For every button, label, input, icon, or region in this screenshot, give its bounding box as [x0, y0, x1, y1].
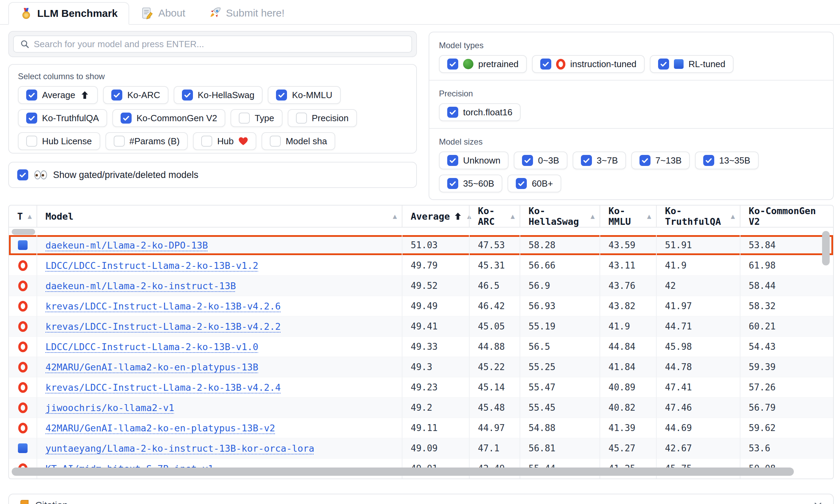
model-link[interactable]: 42MARU/GenAI-llama2-ko-en-platypus-13B [45, 362, 258, 372]
checkbox-checked[interactable] [447, 155, 458, 166]
checkbox-label: Hub License [42, 136, 92, 147]
checkbox-checked[interactable] [703, 155, 714, 166]
score-cell: 55.25 [520, 357, 600, 377]
model-link[interactable]: krevas/LDCC-Instruct-Llama-2-ko-13B-v4.2… [45, 382, 281, 393]
checkbox-checked[interactable] [516, 178, 527, 189]
checkbox-pill-13-35b[interactable]: 13~35B [695, 151, 758, 169]
score-cell: 40.82 [600, 398, 656, 418]
checkbox-pill-ko-arc[interactable]: Ko-ARC [103, 86, 168, 104]
checkbox-pill-3-7b[interactable]: 3~7B [573, 151, 626, 169]
checkbox-pill-instruction-tuned[interactable]: instruction-tuned [532, 55, 645, 73]
checkbox-unchecked[interactable] [26, 136, 37, 147]
gated-models-panel[interactable]: Show gated/private/deleted models [8, 162, 417, 188]
checkbox-label: Type [255, 113, 274, 124]
sort-asc-icon: ▲ [726, 212, 735, 220]
checkbox-checked[interactable] [26, 90, 37, 101]
checkbox-pill-torch-float16[interactable]: torch.float16 [439, 103, 521, 121]
checkbox-pill-ko-mmlu[interactable]: Ko-MMLU [268, 86, 340, 104]
checkbox-pill-average[interactable]: Average [18, 86, 98, 104]
checkbox-pill-ko-commongen-v2[interactable]: Ko-CommonGen V2 [112, 109, 225, 127]
up-arrow-icon [453, 212, 462, 221]
checkbox-pill-35-60b[interactable]: 35~60B [439, 175, 502, 192]
checkbox-label: Ko-ARC [127, 90, 160, 101]
checkbox-pill-type[interactable]: Type [231, 109, 282, 127]
model-link[interactable]: daekeun-ml/Llama-2-ko-instruct-13B [45, 281, 236, 291]
model-link[interactable]: jiwoochris/ko-llama2-v1 [45, 402, 174, 413]
checkbox-checked[interactable] [447, 178, 458, 189]
checkbox-pill-unknown[interactable]: Unknown [439, 151, 509, 169]
checkbox-label: 0~3B [538, 155, 559, 166]
model-link[interactable]: krevas/LDCC-Instruct-Llama-2-ko-13B-v4.2… [45, 321, 281, 332]
model-cell: yuntaeyang/Llama-2-ko-instruct-13B-kor-o… [37, 438, 402, 458]
checkbox-label: Average [42, 90, 75, 101]
model-link[interactable]: krevas/LDCC-Instruct-Llama-2-ko-13B-v4.2… [45, 301, 281, 312]
column-header-ko-mmlu[interactable]: Ko-MMLU▲ [600, 206, 656, 227]
checkbox-label: torch.float16 [463, 107, 512, 118]
checkbox-pill-0-3b[interactable]: 0~3B [514, 151, 567, 169]
horizontal-scrollbar-thumb[interactable] [12, 468, 794, 476]
model-sizes-checkbox-group: Unknown0~3B3~7B7~13B13~35B35~60B60B+ [439, 151, 823, 192]
checkbox-unchecked[interactable] [296, 113, 307, 124]
checkbox-pill-ko-truthfulqa[interactable]: Ko-TruthfulQA [18, 109, 107, 127]
checkbox-pill-precision[interactable]: Precision [288, 109, 357, 127]
score-cell: 49.79 [402, 255, 469, 275]
column-header-ko-truthfulqa[interactable]: Ko-TruthfulQA▲ [656, 206, 740, 227]
model-type-cell [9, 357, 37, 377]
column-header-model[interactable]: Model▲ [37, 206, 402, 227]
checkbox-pill-params-b[interactable]: #Params (B) [105, 132, 188, 150]
checkbox-pill-7-13b[interactable]: 7~13B [631, 151, 690, 169]
checkbox-pill-hub-license[interactable]: Hub License [18, 132, 100, 150]
score-cell: 45.98 [656, 337, 740, 357]
checkbox-pill-hub[interactable]: Hub [193, 132, 256, 150]
table-row: krevas/LDCC-Instruct-Llama-2-ko-13B-v4.2… [9, 377, 833, 398]
tab-about[interactable]: About [129, 2, 197, 24]
checkbox-checked[interactable] [447, 107, 458, 118]
vertical-scrollbar-thumb[interactable] [822, 231, 830, 265]
checkbox-checked[interactable] [182, 90, 193, 101]
checkbox-pill-60b[interactable]: 60B+ [508, 175, 561, 192]
checkbox-unchecked[interactable] [201, 136, 212, 147]
column-header-ko-commongen-v2[interactable]: Ko-CommonGen V2 [740, 206, 833, 227]
checkbox-checked[interactable] [276, 90, 287, 101]
heart-icon [238, 136, 248, 146]
tab-label: Submit here! [226, 7, 285, 19]
checkbox-unchecked[interactable] [114, 136, 125, 147]
column-header-ko-arc[interactable]: Ko-ARC▲ [469, 206, 520, 227]
red-ring-icon [18, 423, 28, 433]
model-link[interactable]: daekeun-ml/Llama-2-ko-DPO-13B [45, 240, 208, 251]
model-link[interactable]: yuntaeyang/Llama-2-ko-instruct-13B-kor-o… [45, 443, 314, 454]
checkbox-pill-ko-hellaswag[interactable]: Ko-HellaSwag [174, 86, 263, 104]
column-header-ko-hellaswag[interactable]: Ko-HellaSwag▲ [520, 206, 600, 227]
tab-submit[interactable]: Submit here! [197, 2, 296, 24]
tab-llm-benchmark[interactable]: LLM Benchmark [8, 2, 129, 25]
checkbox-pill-rl-tuned[interactable]: RL-tuned [650, 55, 734, 73]
model-link[interactable]: LDCC/LDCC-Instruct-Llama-2-ko-13B-v1.0 [45, 342, 258, 352]
checkbox-checked[interactable] [522, 155, 533, 166]
model-link[interactable]: LDCC/LDCC-Instruct-Llama-2-ko-13B-v1.2 [45, 260, 258, 271]
column-header-t[interactable]: T▲ [9, 206, 37, 227]
checkbox-checked[interactable] [639, 155, 651, 166]
citation-accordion[interactable]: Citation [8, 494, 834, 504]
checkbox-checked[interactable] [111, 90, 122, 101]
precision-checkbox-group: torch.float16 [439, 103, 823, 121]
column-header-average[interactable]: Average▲ [402, 206, 469, 227]
checkbox-unchecked[interactable] [270, 136, 281, 147]
search-input[interactable] [34, 36, 405, 52]
checkbox-pill-pretrained[interactable]: pretrained [439, 55, 527, 73]
model-link[interactable]: 42MARU/GenAI-llama2-ko-en-platypus-13B-v… [45, 423, 275, 433]
checkbox-checked[interactable] [447, 59, 458, 70]
checkbox-unchecked[interactable] [239, 113, 250, 124]
checkbox-checked[interactable] [581, 155, 592, 166]
model-type-cell [9, 276, 37, 296]
checkbox-pill-model-sha[interactable]: Model sha [262, 132, 335, 150]
table-row: 42MARU/GenAI-llama2-ko-en-platypus-13B49… [9, 357, 833, 377]
gated-checkbox[interactable] [17, 169, 28, 180]
search-panel [8, 31, 417, 57]
checkbox-checked[interactable] [26, 113, 37, 124]
checkbox-checked[interactable] [540, 59, 551, 70]
table-row: LDCC/LDCC-Instruct-Llama-2-ko-13B-v1.049… [9, 337, 833, 357]
checkbox-checked[interactable] [121, 113, 132, 124]
score-cell: 58.44 [740, 276, 833, 296]
checkbox-checked[interactable] [658, 59, 669, 70]
row-resize-handle[interactable] [12, 229, 35, 235]
